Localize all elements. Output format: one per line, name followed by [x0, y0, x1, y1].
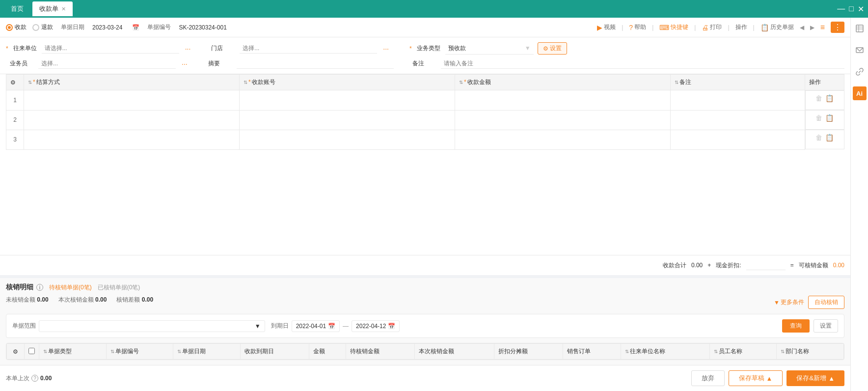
summary-label: 摘要: [208, 59, 233, 68]
completed-tab[interactable]: 已核销单据(0笔): [98, 283, 140, 292]
query-btn[interactable]: 查询: [782, 319, 810, 333]
current-label: 本次核销金额 0.00: [58, 296, 107, 309]
video-btn[interactable]: ▶ 视频: [597, 23, 616, 31]
th-operations: 操作: [805, 75, 844, 90]
radio-receipt-label: 收款: [15, 23, 27, 31]
shop-input[interactable]: [240, 43, 377, 54]
row-1-remark[interactable]: [670, 90, 805, 111]
writeoff-header: 核销明细 i 待核销单据(0笔) 已核销单据(0笔): [6, 283, 844, 292]
staff-input[interactable]: [38, 58, 176, 69]
row-3-account[interactable]: [239, 130, 455, 149]
available-value: 0.00: [833, 262, 844, 269]
discount-input[interactable]: [746, 260, 786, 270]
right-sidebar: Ai: [850, 18, 868, 391]
history-btn[interactable]: 📋 历史单据: [760, 23, 794, 31]
sidebar-email-icon[interactable]: [853, 43, 867, 57]
wth-gear[interactable]: ⚙: [7, 344, 25, 360]
th-account: ⇅*收款账号: [239, 75, 455, 90]
plus-label: +: [707, 262, 711, 269]
delete-icon-2[interactable]: 🗑: [815, 114, 822, 126]
tab-bar: 首页 收款单 ✕ — □ ✕: [0, 0, 868, 18]
radio-refund[interactable]: 退款: [32, 23, 53, 31]
copy-icon-1[interactable]: 📋: [825, 94, 834, 106]
nav-prev[interactable]: ◀: [800, 24, 804, 31]
save-new-btn[interactable]: 保存&新增 ▲: [787, 370, 844, 386]
draft-label: 保存草稿: [739, 374, 764, 383]
more-conditions-link[interactable]: ▼ 更多条件: [774, 298, 804, 307]
diff-value: 0.00: [142, 296, 153, 303]
remark-label: 备注: [412, 59, 437, 68]
print-btn[interactable]: 🖨 打印: [702, 23, 722, 31]
date-from-input[interactable]: 2022-04-01 📅: [292, 320, 340, 332]
form-settings-btn[interactable]: ⚙ 设置: [538, 42, 567, 55]
copy-icon-2[interactable]: 📋: [825, 114, 834, 126]
cal-from-icon: 📅: [328, 323, 335, 330]
pending-tab[interactable]: 待核销单据(0笔): [49, 283, 92, 292]
sidebar-link-icon[interactable]: [853, 65, 867, 79]
writeoff-info-icon[interactable]: i: [36, 284, 43, 291]
row-3-settlement[interactable]: [24, 130, 240, 149]
auto-writeoff-btn[interactable]: 自动核销: [808, 296, 844, 309]
shop-more-btn[interactable]: ···: [381, 45, 391, 53]
tab-home[interactable]: 首页: [4, 1, 30, 16]
staff-more-btn[interactable]: ···: [180, 60, 190, 68]
layout-icon[interactable]: ≡: [820, 23, 825, 32]
row-1-settlement[interactable]: [24, 90, 240, 111]
wth-checkbox[interactable]: [25, 344, 39, 360]
delete-icon-1[interactable]: 🗑: [815, 94, 822, 106]
wth-amount: 金额: [309, 344, 346, 360]
video-label: 视频: [604, 23, 616, 31]
sidebar-table-icon[interactable]: [853, 22, 867, 35]
tab-receipt[interactable]: 收款单 ✕: [32, 1, 73, 16]
row-2-amount[interactable]: [455, 110, 670, 130]
bottom-info: 本单上次 ? 0.00: [6, 374, 52, 383]
range-select[interactable]: ▼: [39, 320, 265, 332]
maximize-icon[interactable]: □: [849, 4, 854, 14]
tab-close-icon[interactable]: ✕: [61, 6, 66, 12]
wth-current: 本次核销金额: [414, 344, 494, 360]
shortcut-btn[interactable]: ⌨ 快捷键: [659, 23, 688, 31]
info-help-icon[interactable]: ?: [31, 375, 38, 382]
th-settlement: ⇅*结算方式: [24, 75, 240, 90]
row-1-amount[interactable]: [455, 90, 670, 111]
select-all-checkbox[interactable]: [28, 348, 35, 354]
discard-btn[interactable]: 放弃: [691, 370, 725, 386]
row-3-amount[interactable]: [455, 130, 670, 149]
help-btn[interactable]: ? 帮助: [629, 23, 646, 31]
save-new-label: 保存&新增: [796, 374, 826, 383]
radio-receipt[interactable]: 收款: [6, 23, 27, 31]
filter-settings-btn[interactable]: 设置: [814, 319, 838, 333]
date-to-input[interactable]: 2022-04-12 📅: [352, 320, 400, 332]
sidebar-ai-icon[interactable]: Ai: [853, 86, 867, 100]
table-row: 3 🗑 📋: [6, 130, 844, 149]
counterparty-input[interactable]: [42, 43, 179, 54]
row-2-remark[interactable]: [670, 110, 805, 130]
draft-btn[interactable]: 保存草稿 ▲: [729, 370, 783, 386]
row-num-2: 2: [6, 110, 24, 130]
wth-date: ⇅单据日期: [173, 344, 241, 360]
current-value: 0.00: [95, 296, 107, 303]
more-icon[interactable]: ⋮: [831, 22, 844, 33]
nav-next[interactable]: ▶: [810, 24, 814, 31]
row-3-remark[interactable]: [670, 130, 805, 149]
row-2-settlement[interactable]: [24, 110, 240, 130]
copy-icon-3[interactable]: 📋: [825, 134, 834, 145]
business-type-select[interactable]: 预收款 ▼: [445, 43, 534, 55]
summary-input[interactable]: [237, 58, 394, 69]
remark-input[interactable]: [441, 58, 844, 69]
filter-icon: ▼: [774, 299, 780, 306]
row-1-account[interactable]: [239, 90, 455, 111]
th-gear[interactable]: ⚙: [6, 75, 24, 90]
receipt-type-group: 收款 退款: [6, 23, 53, 31]
operation-btn[interactable]: 操作: [735, 23, 747, 31]
minimize-icon[interactable]: —: [837, 4, 845, 14]
close-icon[interactable]: ✕: [858, 4, 864, 14]
toolbar-row: 收款 退款 单据日期 2023-03-24 📅 单据编号 SK-20230324…: [0, 18, 850, 37]
counterparty-more-btn[interactable]: ···: [183, 45, 193, 53]
row-2-account[interactable]: [239, 110, 455, 130]
delete-icon-3[interactable]: 🗑: [815, 134, 822, 145]
calendar-icon[interactable]: 📅: [132, 24, 139, 31]
radio-receipt-dot: [6, 24, 13, 31]
main-table-section: ⚙ ⇅*结算方式 ⇅*收款账号 ⇅*收款金额 ⇅备注 操作 1 🗑: [0, 74, 850, 255]
no-value: SK-20230324-001: [179, 24, 226, 31]
